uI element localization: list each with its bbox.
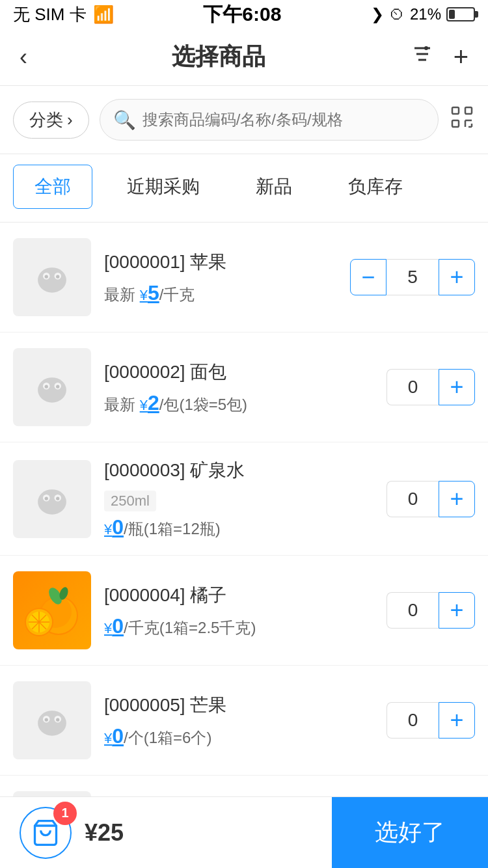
- search-icon: 🔍: [113, 109, 136, 131]
- quantity-input[interactable]: [386, 481, 439, 517]
- status-left: 无 SIM 卡 📶: [13, 3, 114, 26]
- quantity-plus-button[interactable]: +: [439, 369, 475, 405]
- quantity-control: − +: [350, 259, 475, 295]
- product-item: [0000001] 苹果 最新 ¥5/千克 − +: [0, 223, 488, 332]
- quantity-plus-button[interactable]: +: [439, 702, 475, 739]
- location-icon: ❯: [371, 5, 384, 23]
- back-button[interactable]: ‹: [20, 44, 27, 71]
- product-price: 最新 ¥2/包(1袋=5包): [104, 391, 373, 415]
- cart-total: ¥25: [85, 819, 124, 847]
- product-list: [0000001] 苹果 最新 ¥5/千克 − +: [0, 223, 488, 868]
- quantity-input[interactable]: [386, 592, 439, 629]
- svg-point-21: [38, 489, 66, 515]
- quantity-input[interactable]: [386, 259, 439, 295]
- svg-point-43: [56, 718, 59, 722]
- product-info: [0000004] 橘子 ¥0/千克(1箱=2.5千克): [104, 583, 373, 638]
- quantity-plus-button[interactable]: +: [439, 481, 475, 517]
- tab-all[interactable]: 全部: [13, 165, 92, 209]
- scan-icon[interactable]: [449, 104, 475, 136]
- search-input[interactable]: [142, 111, 425, 129]
- svg-rect-4: [452, 107, 459, 114]
- svg-point-19: [45, 385, 48, 388]
- status-time: 下午6:08: [203, 1, 281, 28]
- product-item: [0000004] 橘子 ¥0/千克(1箱=2.5千克) +: [0, 556, 488, 666]
- add-button[interactable]: +: [454, 42, 468, 72]
- quantity-control: +: [386, 481, 475, 517]
- quantity-minus-button[interactable]: −: [350, 259, 386, 295]
- quantity-control: +: [386, 369, 475, 405]
- cart-badge: 1: [53, 802, 77, 825]
- svg-point-16: [38, 377, 66, 403]
- product-info: [0000001] 苹果 最新 ¥5/千克: [104, 250, 337, 305]
- bottom-bar: 1 ¥25 选好了: [0, 796, 488, 868]
- svg-rect-6: [452, 120, 459, 127]
- battery-icon: [446, 7, 475, 21]
- wifi-icon: 📶: [93, 5, 114, 25]
- product-image: [13, 681, 91, 759]
- carrier-label: 无 SIM 卡: [13, 3, 87, 26]
- svg-point-42: [45, 718, 48, 722]
- product-name: [0000001] 苹果: [104, 250, 337, 275]
- battery-percent: 21%: [410, 5, 441, 23]
- product-image: [13, 571, 91, 649]
- status-bar: 无 SIM 卡 📶 下午6:08 ❯ ⏲ 21%: [0, 0, 488, 29]
- cart-icon-wrap[interactable]: 1: [20, 807, 72, 859]
- product-price: 最新 ¥5/千克: [104, 281, 337, 305]
- product-spec: 250ml: [104, 491, 156, 511]
- nav-bar: ‹ 选择商品 +: [0, 29, 488, 86]
- svg-point-11: [38, 267, 66, 293]
- category-button[interactable]: 分类 ›: [13, 102, 89, 139]
- alarm-icon: ⏲: [389, 5, 405, 23]
- product-item: [0000005] 芒果 ¥0/个(1箱=6个) +: [0, 666, 488, 776]
- svg-point-3: [424, 46, 428, 50]
- product-image: [13, 460, 91, 538]
- quantity-input[interactable]: [386, 702, 439, 739]
- product-name: [0000004] 橘子: [104, 583, 373, 608]
- tab-negative[interactable]: 负库存: [327, 165, 424, 209]
- product-price: ¥0/个(1箱=6个): [104, 724, 373, 748]
- filter-search-bar: 分类 › 🔍: [0, 86, 488, 154]
- quantity-input[interactable]: [386, 369, 439, 405]
- cart-icon: [31, 819, 60, 847]
- nav-right: +: [411, 42, 468, 72]
- search-box: 🔍: [100, 99, 439, 141]
- product-image: [13, 348, 91, 426]
- tab-new[interactable]: 新品: [234, 165, 314, 209]
- product-price: ¥0/瓶(1箱=12瓶): [104, 515, 373, 539]
- product-item: [0000002] 面包 最新 ¥2/包(1袋=5包) +: [0, 332, 488, 442]
- tab-bar: 全部 近期采购 新品 负库存: [0, 154, 488, 223]
- product-name: [0000005] 芒果: [104, 693, 373, 718]
- product-price: ¥0/千克(1箱=2.5千克): [104, 614, 373, 638]
- category-label: 分类: [29, 109, 63, 131]
- quantity-plus-button[interactable]: +: [439, 592, 475, 629]
- svg-point-39: [38, 711, 66, 736]
- quantity-plus-button[interactable]: +: [439, 259, 475, 295]
- svg-rect-5: [465, 107, 472, 114]
- svg-point-24: [45, 496, 48, 500]
- filter-icon[interactable]: [411, 42, 434, 72]
- status-right: ❯ ⏲ 21%: [371, 5, 475, 23]
- product-info: [0000002] 面包 最新 ¥2/包(1袋=5包): [104, 360, 373, 415]
- svg-point-20: [56, 385, 59, 388]
- quantity-control: +: [386, 592, 475, 629]
- svg-point-15: [56, 275, 59, 278]
- cart-section: 1 ¥25: [0, 807, 332, 859]
- product-name: [0000002] 面包: [104, 360, 373, 385]
- svg-point-14: [45, 275, 48, 278]
- quantity-control: +: [386, 702, 475, 739]
- product-name: [0000003] 矿泉水: [104, 458, 373, 483]
- page-title: 选择商品: [172, 41, 265, 73]
- confirm-button[interactable]: 选好了: [332, 797, 488, 869]
- tab-recent[interactable]: 近期采购: [105, 165, 221, 209]
- category-chevron-icon: ›: [67, 110, 73, 130]
- nav-left: ‹: [20, 44, 27, 71]
- svg-point-25: [56, 496, 59, 500]
- product-info: [0000005] 芒果 ¥0/个(1箱=6个): [104, 693, 373, 748]
- product-image: [13, 238, 91, 316]
- product-item: [0000003] 矿泉水 250ml ¥0/瓶(1箱=12瓶) +: [0, 442, 488, 556]
- product-info: [0000003] 矿泉水 250ml ¥0/瓶(1箱=12瓶): [104, 458, 373, 539]
